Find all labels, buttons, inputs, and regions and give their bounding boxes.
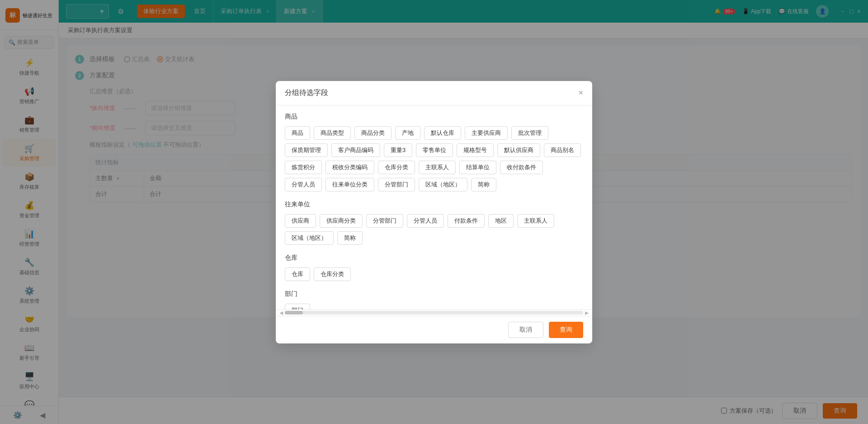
field-chip[interactable]: 炼货积分 [285, 161, 322, 174]
field-group-warehouse: 仓库 仓库仓库分类 [285, 254, 583, 281]
field-chip[interactable]: 部门 [285, 304, 310, 310]
dept-chips: 部门 [285, 304, 583, 310]
partner-chips: 供应商供应商分类分管部门分管人员付款条件地区主联系人区域（地区）简称 [285, 214, 583, 245]
field-chip[interactable]: 规格型号 [457, 143, 494, 157]
hscroll-thumb [285, 311, 303, 314]
product-chips: 商品商品类型商品分类产地默认仓库主要供应商批次管理保质期管理客户商品编码重量3零… [285, 126, 583, 191]
field-group-products: 商品 商品商品类型商品分类产地默认仓库主要供应商批次管理保质期管理客户商品编码重… [285, 113, 583, 191]
field-chip[interactable]: 主联系人 [517, 214, 554, 228]
field-chip[interactable]: 分管部门 [378, 178, 415, 191]
modal-close-icon[interactable]: × [578, 88, 583, 98]
field-group-partners-title: 往来单位 [285, 200, 583, 209]
field-chip[interactable]: 收付款条件 [500, 161, 543, 174]
field-group-partners: 往来单位 供应商供应商分类分管部门分管人员付款条件地区主联系人区域（地区）简称 [285, 200, 583, 245]
field-chip[interactable]: 简称 [471, 178, 496, 191]
modal-confirm-button[interactable]: 查询 [549, 322, 583, 338]
modal-overlay: 分组待选字段 × 商品 商品商品类型商品分类产地默认仓库主要供应商批次管理保质期… [0, 0, 868, 424]
field-chip[interactable]: 地区 [488, 214, 514, 228]
field-chip[interactable]: 商品类型 [314, 126, 351, 140]
field-group-warehouse-title: 仓库 [285, 254, 583, 262]
field-chip[interactable]: 分管人员 [285, 178, 322, 191]
modal-body: 商品 商品商品类型商品分类产地默认仓库主要供应商批次管理保质期管理客户商品编码重… [276, 105, 592, 310]
field-chip[interactable]: 分管人员 [407, 214, 444, 228]
modal-hscroll: ◀ ▶ [276, 310, 592, 316]
field-chip[interactable]: 区域（地区） [285, 231, 334, 245]
field-selection-modal: 分组待选字段 × 商品 商品商品类型商品分类产地默认仓库主要供应商批次管理保质期… [276, 81, 592, 343]
modal-cancel-button[interactable]: 取消 [508, 322, 543, 338]
modal-header: 分组待选字段 × [276, 81, 592, 105]
field-chip[interactable]: 付款条件 [448, 214, 485, 228]
field-chip[interactable]: 供应商分类 [320, 214, 363, 228]
field-chip[interactable]: 简称 [337, 231, 363, 245]
field-chip[interactable]: 结算单位 [459, 161, 496, 174]
field-chip[interactable]: 往来单位分类 [326, 178, 374, 191]
field-group-dept: 部门 部门 [285, 290, 583, 310]
field-chip[interactable]: 重量3 [384, 143, 412, 157]
field-chip[interactable]: 批次管理 [511, 126, 548, 140]
modal-title: 分组待选字段 [285, 88, 328, 98]
warehouse-chips: 仓库仓库分类 [285, 267, 583, 281]
field-chip[interactable]: 商品 [285, 126, 310, 140]
hscroll-right-arrow[interactable]: ▶ [585, 310, 589, 316]
modal-footer: 取消 查询 [276, 316, 592, 343]
field-chip[interactable]: 默认仓库 [424, 126, 461, 140]
field-chip[interactable]: 默认供应商 [497, 143, 540, 157]
field-chip[interactable]: 仓库分类 [378, 161, 415, 174]
field-chip[interactable]: 主要供应商 [465, 126, 508, 140]
field-chip[interactable]: 主联系人 [419, 161, 456, 174]
field-chip[interactable]: 客户商品编码 [331, 143, 380, 157]
field-chip[interactable]: 供应商 [285, 214, 316, 228]
field-chip[interactable]: 仓库 [285, 267, 310, 281]
field-chip[interactable]: 产地 [395, 126, 420, 140]
field-group-dept-title: 部门 [285, 290, 583, 298]
field-chip[interactable]: 商品分类 [354, 126, 392, 140]
field-chip[interactable]: 商品别名 [544, 143, 581, 157]
field-chip[interactable]: 零售单位 [416, 143, 453, 157]
field-group-products-title: 商品 [285, 113, 583, 121]
field-chip[interactable]: 保质期管理 [285, 143, 328, 157]
field-chip[interactable]: 区域（地区） [419, 178, 467, 191]
field-chip[interactable]: 仓库分类 [314, 267, 351, 281]
field-chip[interactable]: 税收分类编码 [326, 161, 374, 174]
field-chip[interactable]: 分管部门 [366, 214, 403, 228]
hscroll-bar [285, 311, 583, 314]
hscroll-left-arrow[interactable]: ◀ [279, 310, 283, 316]
